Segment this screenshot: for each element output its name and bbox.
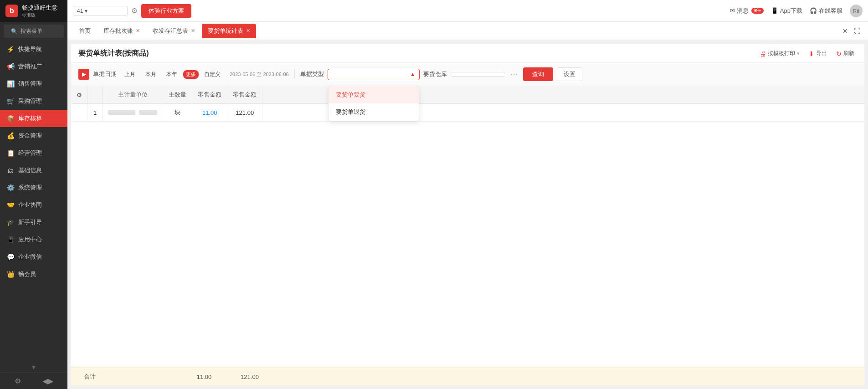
product-placeholder-2 [139, 110, 157, 115]
filter-bar: ▶ 单据日期 上月 本月 本年 更多 自定义 2023-05-06 至 2023… [71, 63, 864, 86]
tabsbar: 首页 库存批次账 ✕ 收发存汇总表 ✕ 要货单统计表 ✕ ✕ ⛶ [67, 22, 868, 40]
company-value: 41 [77, 8, 83, 14]
sidebar-scroll-down[interactable]: ▼ [0, 362, 67, 373]
dropdown-item-order-goods[interactable]: 要货单要货 [329, 86, 419, 103]
tab-home[interactable]: 首页 [73, 24, 97, 38]
tab-label: 首页 [79, 27, 91, 35]
sidebar-item-operations[interactable]: 📋 经营管理 [0, 144, 67, 162]
type-select[interactable]: ▲ 要货单要货 要货单退货 [328, 69, 420, 80]
filter-more-btn[interactable]: ··· [509, 70, 519, 79]
sidebar-nav: ⚡ 快捷导航 📢 营销推广 📊 销售管理 🛒 采购管理 📦 库存核算 💰 资金管… [0, 41, 67, 362]
sidebar-item-label: 基础信息 [18, 166, 42, 174]
footer-label: 合计 [77, 373, 181, 381]
tab-order-summary[interactable]: 要货单统计表 ✕ [202, 24, 256, 38]
refresh-label: 刷新 [843, 50, 854, 57]
warehouse-filter-label: 要货仓库 [423, 70, 447, 78]
inventory-icon: 📦 [6, 114, 15, 123]
data-table: ⚙ 主计量单位 主数量 零售金额 零售金额 1 [71, 86, 864, 122]
sidebar-item-purchase[interactable]: 🛒 采购管理 [0, 92, 67, 110]
type-select-input[interactable] [332, 71, 408, 78]
sidebar-item-label: 应用中心 [18, 235, 42, 244]
operations-icon: 📋 [6, 149, 15, 157]
sidebar-item-finance[interactable]: 💰 资金管理 [0, 127, 67, 144]
app-logo: b 畅捷通好生意 标准版 [0, 0, 67, 22]
avatar[interactable]: Rit [850, 5, 863, 17]
main-area: 41 ▾ ⚙ 体验行业方案 ✉ 消息 99+ 📱 App下载 🎧 在线客服 Ri… [67, 0, 868, 389]
print-template-btn[interactable]: 🖨 按模板打印 ▾ [757, 48, 802, 59]
tab-label: 要货单统计表 [208, 27, 243, 35]
sidebar-item-label: 销售管理 [18, 80, 42, 88]
app-download-label: App下载 [780, 7, 802, 15]
cell-qty[interactable]: 11.00 [192, 104, 227, 122]
date-btn-prev-month[interactable]: 上月 [120, 69, 139, 80]
enterprise-icon: 🤝 [6, 201, 15, 209]
export-btn[interactable]: ⬇ 导出 [806, 48, 830, 59]
settings-icon[interactable]: ⚙ [15, 377, 21, 385]
refresh-btn[interactable]: ↻ 刷新 [833, 48, 857, 59]
cell-product [103, 104, 163, 122]
tab-close-recv-summary[interactable]: ✕ [191, 28, 195, 34]
sidebar-item-enterprise[interactable]: 🤝 企业协同 [0, 196, 67, 214]
tab-batch-accounts[interactable]: 库存批次账 ✕ [98, 24, 146, 38]
logo-sub: 标准版 [22, 12, 57, 18]
sidebar-item-label: 系统管理 [18, 184, 42, 192]
export-label: 导出 [816, 50, 827, 57]
messages-action[interactable]: ✉ 消息 99+ [730, 7, 764, 15]
sidebar-item-marketing[interactable]: 📢 营销推广 [0, 58, 67, 75]
content-header: 要货单统计表(按商品) 🖨 按模板打印 ▾ ⬇ 导出 ↻ 刷新 [71, 44, 864, 63]
query-button[interactable]: 查询 [523, 67, 553, 81]
app-download-action[interactable]: 📱 App下载 [771, 7, 802, 15]
trial-button[interactable]: 体验行业方案 [141, 4, 191, 18]
company-dropdown-arrow: ▾ [85, 8, 87, 14]
settings-gear-icon[interactable]: ⚙ [131, 6, 138, 15]
sidebar-item-label: 营销推广 [18, 62, 42, 71]
tab-close-all[interactable]: ✕ [840, 26, 851, 36]
company-select[interactable]: 41 ▾ [73, 6, 128, 16]
filter-toggle-btn[interactable]: ▶ [78, 69, 89, 80]
col-qty: 零售金额 [192, 86, 227, 104]
sidebar-search[interactable]: 🔍 搜索菜单 [4, 25, 64, 38]
dropdown-item-order-return[interactable]: 要货单退货 [329, 103, 419, 121]
warehouse-select[interactable] [451, 72, 505, 77]
collapse-icon[interactable]: ◀▶ [42, 377, 53, 385]
sidebar-item-guide[interactable]: 🎓 新手引导 [0, 214, 67, 231]
product-placeholder-1 [108, 110, 135, 115]
marketing-icon: 📢 [6, 62, 15, 71]
table-body: 1 块 11.00 121.00 [71, 104, 864, 122]
col-amount: 零售金额 [227, 86, 262, 104]
sidebar-item-quick-nav[interactable]: ⚡ 快捷导航 [0, 41, 67, 58]
col-product: 主计量单位 [103, 86, 163, 104]
page-title: 要货单统计表(按商品) [78, 49, 149, 58]
type-filter-label: 单据类型 [300, 70, 324, 78]
product-name-wrap [108, 110, 157, 115]
tab-recv-summary[interactable]: 收发存汇总表 ✕ [147, 24, 201, 38]
date-btn-this-month[interactable]: 本月 [141, 69, 160, 80]
table-wrap: ⚙ 主计量单位 主数量 零售金额 零售金额 1 [71, 86, 864, 368]
quick-nav-icon: ⚡ [6, 45, 15, 53]
sidebar-item-basic[interactable]: 🗂 基础信息 [0, 162, 67, 179]
online-service-action[interactable]: 🎧 在线客服 [810, 7, 842, 15]
sidebar-item-wechat[interactable]: 💬 企业微信 [0, 248, 67, 266]
settings-button[interactable]: 设置 [557, 67, 582, 81]
date-badge-more[interactable]: 更多 [183, 70, 199, 79]
sidebar-item-sales[interactable]: 📊 销售管理 [0, 75, 67, 92]
messages-badge: 99+ [751, 8, 764, 14]
date-btn-custom[interactable]: 自定义 [200, 69, 224, 80]
wechat-icon: 💬 [6, 253, 15, 261]
basic-icon: 🗂 [6, 166, 15, 174]
tab-close-order-summary[interactable]: ✕ [246, 28, 250, 34]
topbar: 41 ▾ ⚙ 体验行业方案 ✉ 消息 99+ 📱 App下载 🎧 在线客服 Ri… [67, 0, 868, 22]
system-icon: ⚙️ [6, 184, 15, 192]
sidebar-item-member[interactable]: 👑 畅会员 [0, 266, 67, 283]
search-icon: 🔍 [11, 28, 18, 35]
topbar-left: 41 ▾ ⚙ 体验行业方案 [73, 4, 730, 18]
tab-close-batch-accounts[interactable]: ✕ [136, 28, 140, 34]
sidebar-item-inventory[interactable]: 📦 库存核算 [0, 110, 67, 127]
sidebar-item-label: 采购管理 [18, 97, 42, 105]
col-settings[interactable]: ⚙ [71, 86, 88, 104]
sidebar-item-system[interactable]: ⚙️ 系统管理 [0, 179, 67, 196]
tab-expand-btn[interactable]: ⛶ [852, 26, 863, 36]
date-btn-this-year[interactable]: 本年 [162, 69, 181, 80]
sidebar-item-app-center[interactable]: 📱 应用中心 [0, 231, 67, 248]
footer-amount: 121.00 [227, 374, 272, 380]
